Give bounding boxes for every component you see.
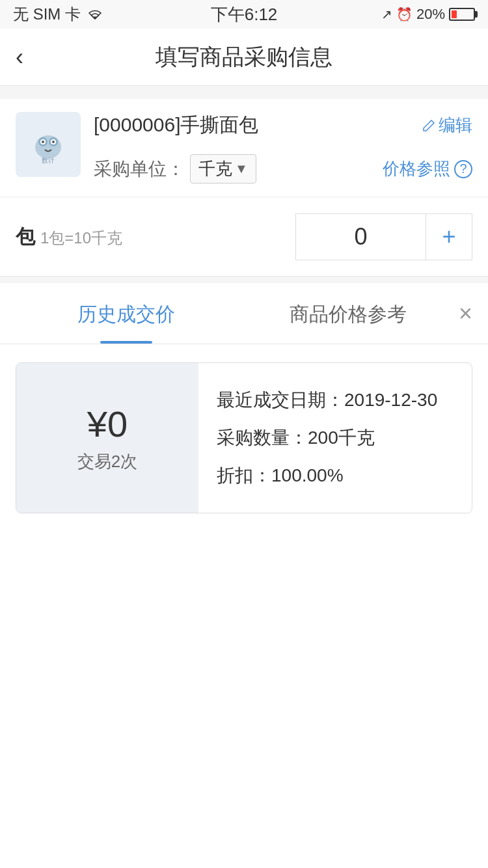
product-name: [0000006]手撕面包 [94, 112, 258, 139]
history-card: ¥0 交易2次 最近成交日期：2019-12-30 采购数量：200千克 折扣：… [16, 362, 472, 513]
help-icon: ? [454, 160, 472, 178]
alarm-icon: ⏰ [396, 7, 413, 22]
battery-icon [449, 8, 475, 21]
tab-price-reference[interactable]: 商品价格参考 [237, 283, 458, 344]
edit-button[interactable]: 编辑 [422, 114, 472, 137]
product-image: 数计 [16, 112, 81, 177]
svg-text:数计: 数计 [42, 157, 55, 164]
history-discount: 折扣：100.00% [217, 462, 454, 489]
history-price-left: ¥0 交易2次 [16, 363, 198, 513]
history-price-right: 最近成交日期：2019-12-30 采购数量：200千克 折扣：100.00% [198, 363, 472, 513]
nav-bar: ‹ 填写商品采购信息 [0, 29, 488, 86]
price-ref-button[interactable]: 价格参照 ? [383, 157, 472, 180]
product-card: 数计 [0000006]手撕面包 编辑 采购单位： 千克 ▼ [0, 99, 488, 197]
main-background [0, 532, 488, 868]
quantity-label: 包 1包=10千克 [16, 224, 122, 251]
quantity-plus-button[interactable]: + [426, 213, 472, 260]
product-logo-icon: 数计 [29, 125, 68, 164]
status-bar: 无 SIM 卡 下午6:12 ↗ ⏰ 20% [0, 0, 488, 29]
purchase-unit-label: 采购单位： [94, 157, 185, 182]
product-header: 数计 [0000006]手撕面包 编辑 采购单位： 千克 ▼ [16, 112, 472, 183]
unit-selector[interactable]: 千克 ▼ [190, 154, 256, 183]
tab-history-price[interactable]: 历史成交价 [16, 283, 237, 344]
edit-icon [422, 118, 436, 133]
history-content: ¥0 交易2次 最近成交日期：2019-12-30 采购数量：200千克 折扣：… [0, 344, 488, 532]
tabs-section: 历史成交价 商品价格参考 × ¥0 交易2次 最近成交日期：2019-12-30… [0, 283, 488, 532]
unit-value: 千克 [198, 157, 232, 180]
purchase-unit-row: 采购单位： 千克 ▼ 价格参照 ? [94, 154, 472, 183]
svg-point-0 [35, 135, 61, 159]
battery-percent: 20% [416, 6, 445, 23]
product-title-row: [0000006]手撕面包 编辑 [94, 112, 472, 139]
quantity-row: 包 1包=10千克 + [0, 198, 488, 277]
tabs-bar: 历史成交价 商品价格参考 × [0, 283, 488, 344]
product-info: [0000006]手撕面包 编辑 采购单位： 千克 ▼ 价格 [94, 112, 472, 183]
status-carrier: 无 SIM 卡 [13, 4, 104, 25]
tab-close-button[interactable]: × [459, 287, 472, 340]
quantity-conversion: 1包=10千克 [40, 228, 122, 249]
page-title: 填写商品采购信息 [156, 42, 332, 72]
history-price-value: ¥0 [87, 403, 128, 445]
wifi-icon [86, 7, 104, 21]
location-icon: ↗ [381, 7, 392, 22]
quantity-input[interactable] [295, 213, 426, 260]
svg-point-5 [42, 141, 44, 143]
status-right: ↗ ⏰ 20% [381, 6, 475, 23]
quantity-unit: 包 [16, 224, 35, 251]
quantity-controls: + [295, 213, 472, 260]
unit-dropdown-arrow: ▼ [235, 161, 248, 176]
history-trades-count: 交易2次 [77, 450, 137, 473]
history-recent-date: 最近成交日期：2019-12-30 [217, 387, 454, 414]
history-purchase-qty: 采购数量：200千克 [217, 424, 454, 452]
svg-point-6 [52, 141, 55, 143]
back-button[interactable]: ‹ [16, 44, 23, 71]
status-time: 下午6:12 [211, 3, 278, 26]
